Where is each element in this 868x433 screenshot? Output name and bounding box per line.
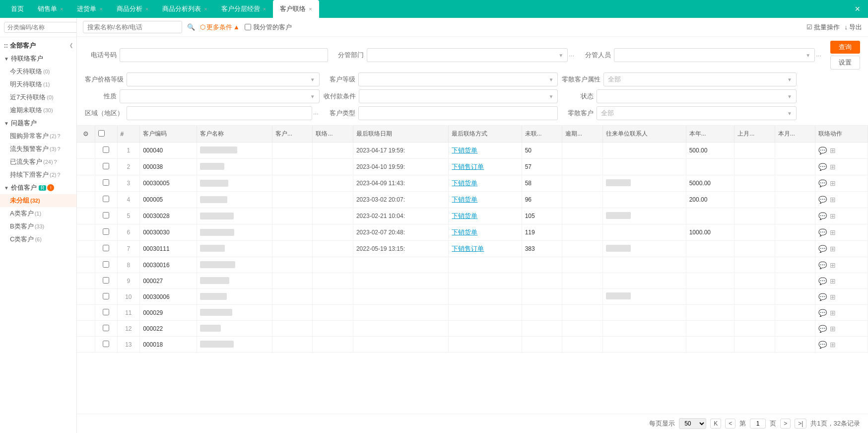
contact-method-link[interactable]: 下销货单 bbox=[452, 146, 477, 154]
contact-column-header[interactable]: 联络... bbox=[313, 126, 353, 143]
my-customers-checkbox[interactable]: 我分管的客户 bbox=[245, 23, 292, 32]
cell-checkbox-11[interactable] bbox=[95, 321, 117, 337]
chat-icon-7[interactable]: 💬 bbox=[818, 261, 827, 269]
grid-action-icon-3[interactable]: ⊞ bbox=[830, 196, 836, 204]
contact-method-link[interactable]: 下销货单 bbox=[452, 228, 477, 236]
all-customers-header[interactable]: :: 全部客户 《 bbox=[0, 37, 76, 52]
sidebar-item-ungrouped[interactable]: 未分组 (32) bbox=[0, 194, 76, 207]
sidebar-item-lost[interactable]: 已流失客户 (24) ? bbox=[0, 155, 76, 168]
last-page-button[interactable]: >| bbox=[795, 419, 806, 429]
grid-action-icon-7[interactable]: ⊞ bbox=[830, 261, 836, 269]
sidebar-item-warning[interactable]: 流失预警客户 (3) ? bbox=[0, 143, 76, 155]
region-select[interactable] bbox=[127, 106, 312, 120]
grid-action-icon-10[interactable]: ⊞ bbox=[830, 309, 836, 317]
sidebar-item-7days[interactable]: 近7天待联络 (0) bbox=[0, 91, 76, 104]
grid-action-icon-0[interactable]: ⊞ bbox=[830, 146, 836, 154]
nav-item-customer-contact[interactable]: 客户联络 × bbox=[273, 0, 319, 18]
contact-method-link[interactable]: 下销货单 bbox=[452, 212, 477, 219]
customer-level-select[interactable]: ▼ bbox=[358, 72, 558, 86]
scatter-attr-select[interactable]: 全部 ▼ bbox=[603, 72, 797, 86]
sidebar-item-abnormal[interactable]: 囤购异常客户 (2) ? bbox=[0, 130, 76, 143]
overdue-header[interactable]: 逾期... bbox=[562, 126, 602, 143]
cell-checkbox-1[interactable] bbox=[95, 159, 117, 175]
collapse-sidebar-icon[interactable]: 《 bbox=[67, 42, 72, 50]
contact-method-link[interactable]: 下销货单 bbox=[452, 179, 477, 187]
grid-action-icon-5[interactable]: ⊞ bbox=[830, 228, 836, 236]
batch-operation-button[interactable]: ☑ 批量操作 bbox=[806, 23, 840, 32]
chat-icon-11[interactable]: 💬 bbox=[818, 325, 827, 333]
phone-input[interactable] bbox=[120, 48, 328, 62]
chat-icon-10[interactable]: 💬 bbox=[818, 309, 827, 317]
unit-contact-header[interactable]: 往来单位联系人 bbox=[602, 126, 686, 143]
close-customer-segment-icon[interactable]: × bbox=[263, 6, 266, 12]
grid-action-icon-1[interactable]: ⊞ bbox=[830, 163, 836, 171]
cell-checkbox-7[interactable] bbox=[95, 257, 117, 273]
chat-icon-6[interactable]: 💬 bbox=[818, 245, 827, 253]
cell-checkbox-8[interactable] bbox=[95, 273, 117, 289]
contact-method-link[interactable]: 下销售订单 bbox=[452, 163, 484, 170]
cell-checkbox-2[interactable] bbox=[95, 175, 117, 192]
status-select[interactable]: ▼ bbox=[597, 89, 797, 103]
reset-button[interactable]: 设置 bbox=[830, 56, 860, 70]
nav-item-home[interactable]: 首页 bbox=[4, 0, 31, 18]
dept-dots-icon[interactable]: ··· bbox=[569, 52, 574, 59]
grid-action-icon-9[interactable]: ⊞ bbox=[830, 293, 836, 301]
customer-type-select[interactable] bbox=[358, 106, 558, 120]
contact-method-link[interactable]: 下销售订单 bbox=[452, 245, 484, 252]
chat-icon-5[interactable]: 💬 bbox=[818, 228, 827, 236]
customer-search-input[interactable] bbox=[83, 21, 182, 33]
prev-page-button[interactable]: < bbox=[725, 419, 735, 429]
close-all-button[interactable]: × bbox=[851, 4, 864, 14]
sidebar-item-tomorrow[interactable]: 明天待联络 (1) bbox=[0, 78, 76, 91]
nav-item-purchase[interactable]: 进货单 × bbox=[70, 0, 109, 18]
per-page-select[interactable]: 50 20 100 bbox=[679, 418, 706, 429]
sidebar-item-today[interactable]: 今天待联络 (0) bbox=[0, 65, 76, 78]
sidebar-item-class-a[interactable]: A类客户 (1) bbox=[0, 207, 76, 220]
chat-icon-3[interactable]: 💬 bbox=[818, 196, 827, 204]
cell-checkbox-6[interactable] bbox=[95, 241, 117, 257]
customer-search-button[interactable]: 🔍 bbox=[187, 23, 195, 31]
this-month-header[interactable]: 本月... bbox=[775, 126, 815, 143]
close-product-list-icon[interactable]: × bbox=[204, 6, 207, 12]
nav-item-product-analysis[interactable]: 商品分析 × bbox=[110, 0, 155, 18]
nav-item-sales[interactable]: 销售单 × bbox=[31, 0, 70, 18]
contact-method-link[interactable]: 下销货单 bbox=[452, 196, 477, 203]
grid-action-icon-12[interactable]: ⊞ bbox=[830, 341, 836, 349]
nav-item-customer-segment[interactable]: 客户分层经营 × bbox=[214, 0, 273, 18]
more-filters-button[interactable]: ⬡ 更多条件 ▲ bbox=[200, 23, 240, 32]
sidebar-item-declining[interactable]: 持续下滑客户 (2) ? bbox=[0, 168, 76, 181]
my-customers-check[interactable] bbox=[245, 24, 251, 30]
dept-select[interactable]: ▼ bbox=[367, 48, 568, 62]
chat-icon-4[interactable]: 💬 bbox=[818, 212, 827, 220]
grid-action-icon-2[interactable]: ⊞ bbox=[830, 179, 836, 187]
chat-icon-1[interactable]: 💬 bbox=[818, 163, 827, 171]
manager-select[interactable]: ▼ bbox=[614, 48, 815, 62]
checkbox-column-header[interactable] bbox=[95, 126, 117, 143]
group-header-value[interactable]: ▼ 价值客户 R ! bbox=[0, 181, 76, 194]
last-contact-date-header[interactable]: 最后联络日期 bbox=[353, 126, 448, 143]
code-column-header[interactable]: 客户编码 bbox=[140, 126, 197, 143]
price-level-select[interactable]: ▼ bbox=[127, 72, 320, 86]
grid-action-icon-6[interactable]: ⊞ bbox=[830, 245, 836, 253]
chat-icon-12[interactable]: 💬 bbox=[818, 341, 827, 349]
group-header-problem[interactable]: ▼ 问题客户 bbox=[0, 117, 76, 130]
manager-dots-icon[interactable]: ··· bbox=[816, 52, 821, 59]
cell-checkbox-5[interactable] bbox=[95, 224, 117, 241]
next-page-button[interactable]: > bbox=[780, 419, 791, 429]
close-purchase-icon[interactable]: × bbox=[99, 6, 102, 12]
close-product-analysis-icon[interactable]: × bbox=[145, 6, 148, 12]
name-column-header[interactable]: 客户名称 bbox=[197, 126, 272, 143]
group-header-pending[interactable]: ▼ 待联络客户 bbox=[0, 52, 76, 65]
cell-checkbox-12[interactable] bbox=[95, 337, 117, 353]
chat-icon-9[interactable]: 💬 bbox=[818, 293, 827, 301]
chat-icon-2[interactable]: 💬 bbox=[818, 179, 827, 187]
current-page-input[interactable] bbox=[750, 419, 766, 429]
grid-action-icon-4[interactable]: ⊞ bbox=[830, 212, 836, 220]
cell-checkbox-9[interactable] bbox=[95, 289, 117, 305]
not-contact-header[interactable]: 未联... bbox=[522, 126, 562, 143]
export-button[interactable]: ↓ 导出 bbox=[845, 23, 863, 32]
close-sales-icon[interactable]: × bbox=[60, 6, 63, 12]
chat-icon-8[interactable]: 💬 bbox=[818, 277, 827, 285]
this-year-header[interactable]: 本年... bbox=[686, 126, 734, 143]
payment-select[interactable]: ▼ bbox=[359, 89, 558, 103]
